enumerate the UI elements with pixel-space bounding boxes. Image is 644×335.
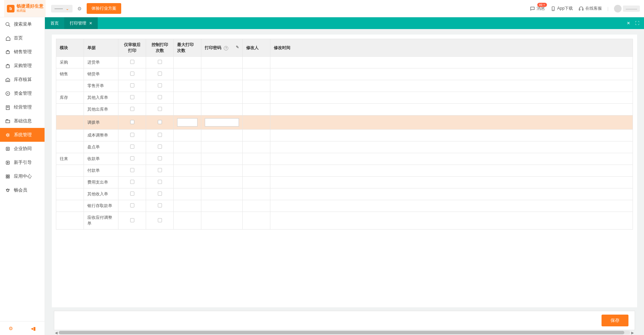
cell-max-count (174, 130, 201, 141)
cell-password (201, 188, 243, 200)
help-icon[interactable]: ? (224, 46, 228, 50)
chevron-down-icon: ⌄ (66, 6, 69, 11)
checkbox-control[interactable] (158, 192, 162, 196)
sidebar-footer: ⚙ ◂▮ (0, 321, 45, 335)
sidebar-item-appcenter[interactable]: 应用中心 (0, 169, 45, 183)
sidebar-item-coop[interactable]: 企业协同 (0, 142, 45, 156)
scroll-track[interactable] (59, 331, 630, 334)
cell-control-checkbox (146, 188, 174, 200)
checkbox-audit[interactable] (130, 83, 134, 87)
edit-icon[interactable]: ✎ (236, 45, 239, 49)
checkbox-audit[interactable] (130, 133, 134, 137)
sidebar-item-home[interactable]: 首页 (0, 31, 45, 45)
checkbox-control[interactable] (158, 83, 162, 87)
logo-sub: 精易版 (17, 9, 44, 13)
checkbox-audit[interactable] (130, 60, 134, 64)
cell-audit-checkbox (118, 141, 146, 153)
checkbox-control[interactable] (158, 72, 162, 76)
cell-doc: 盘点单 (84, 141, 118, 153)
cell-control-checkbox (146, 115, 174, 130)
org-selector[interactable]: —— ⌄ (51, 5, 73, 12)
checkbox-control[interactable] (158, 133, 162, 137)
cell-max-count[interactable] (174, 115, 201, 130)
user-menu[interactable]: ——— (614, 5, 640, 12)
checkbox-control[interactable] (158, 145, 162, 149)
tab-print-management[interactable]: 打印管理 ✕ (64, 17, 98, 29)
print-settings-table: 模块 单据 仅审核后打印 控制打印次数 最大打印次数 打印密码 ? ✎ 修改人 (56, 39, 633, 230)
cell-password (201, 141, 243, 153)
online-service-link[interactable]: 在线客服 (578, 6, 602, 11)
gear-icon (5, 132, 10, 138)
sidebar-item-purchase[interactable]: 采购管理 (0, 59, 45, 73)
checkbox-control[interactable] (158, 218, 162, 222)
tab-close-icon[interactable]: ✕ (89, 21, 92, 26)
apps-icon (5, 174, 10, 179)
app-download-label: App下载 (557, 6, 573, 11)
cell-audit-checkbox (118, 130, 146, 141)
cell-password (201, 104, 243, 115)
sidebar-item-system[interactable]: 系统管理 (0, 128, 45, 142)
app-download-link[interactable]: App下载 (550, 6, 573, 11)
sidebar-item-label: 搜索菜单 (14, 21, 32, 27)
save-button[interactable]: 保存 (602, 315, 628, 326)
cell-control-checkbox (146, 153, 174, 165)
cell-password (201, 57, 243, 68)
sidebar-item-inventory[interactable]: 库存核算 (0, 73, 45, 86)
tabs-fullscreen-icon[interactable]: ⛶ (635, 21, 639, 26)
checkbox-control[interactable] (158, 60, 162, 64)
cell-audit-checkbox (118, 177, 146, 188)
sidebar-item-base[interactable]: 基础信息 (0, 114, 45, 128)
sidebar-item-guide[interactable]: 新手引导 (0, 156, 45, 169)
checkbox-audit[interactable] (130, 203, 134, 207)
checkbox-audit[interactable] (130, 156, 134, 160)
checkbox-audit[interactable] (130, 168, 134, 172)
horizontal-scrollbar[interactable]: ◀ ▶ (52, 330, 637, 335)
checkbox-control[interactable] (158, 120, 162, 124)
checkbox-audit[interactable] (130, 145, 134, 149)
checkbox-control[interactable] (158, 156, 162, 160)
settings-icon[interactable]: ⚙ (77, 6, 82, 11)
tabs-close-all-icon[interactable]: ✕ (627, 21, 630, 26)
checkbox-control[interactable] (158, 107, 162, 111)
checkbox-audit[interactable] (130, 180, 134, 184)
messages-link[interactable]: 消息 99 + (530, 6, 545, 11)
checkbox-audit[interactable] (130, 218, 134, 222)
sidebar-item-vip[interactable]: 畅会员 (0, 183, 45, 197)
cell-control-checkbox (146, 141, 174, 153)
checkbox-audit[interactable] (130, 72, 134, 76)
sidebar-item-operation[interactable]: 经营管理 (0, 100, 45, 114)
footer-bar: 保存 (54, 311, 635, 330)
logo[interactable]: b 畅捷通好生意 精易版 (4, 0, 46, 17)
checkbox-audit[interactable] (130, 107, 134, 111)
sidebar-item-search[interactable]: 搜索菜单 (0, 17, 45, 31)
checkbox-audit[interactable] (130, 95, 134, 99)
cell-doc: 其他出库单 (84, 104, 118, 115)
scroll-right-icon[interactable]: ▶ (630, 331, 635, 335)
svg-rect-6 (6, 51, 9, 54)
checkbox-audit[interactable] (130, 120, 134, 124)
table-row: 其他收入单 (56, 188, 633, 200)
sidebar-item-sales[interactable]: 销售管理 (0, 45, 45, 59)
sidebar-item-label: 新手引导 (14, 159, 32, 166)
checkbox-control[interactable] (158, 203, 162, 207)
cell-password (201, 80, 243, 92)
checkbox-control[interactable] (158, 168, 162, 172)
sidebar-settings-icon[interactable]: ⚙ (9, 326, 13, 331)
vip-icon (5, 188, 10, 193)
play-icon (5, 160, 10, 165)
trial-button[interactable]: 体验行业方案 (87, 3, 121, 14)
tab-home[interactable]: 首页 (45, 17, 64, 29)
cell-module (56, 141, 84, 153)
cell-password[interactable] (201, 115, 243, 130)
sidebar-collapse-icon[interactable]: ◂▮ (31, 326, 36, 331)
checkbox-control[interactable] (158, 95, 162, 99)
scroll-left-icon[interactable]: ◀ (54, 331, 59, 335)
cell-modifier (243, 200, 270, 212)
checkbox-control[interactable] (158, 180, 162, 184)
checkbox-audit[interactable] (130, 192, 134, 196)
th-doc: 单据 (84, 39, 118, 57)
sidebar-item-fund[interactable]: ¥资金管理 (0, 86, 45, 100)
cell-control-checkbox (146, 200, 174, 212)
scroll-thumb[interactable] (59, 331, 624, 334)
table-row: 付款单 (56, 165, 633, 177)
